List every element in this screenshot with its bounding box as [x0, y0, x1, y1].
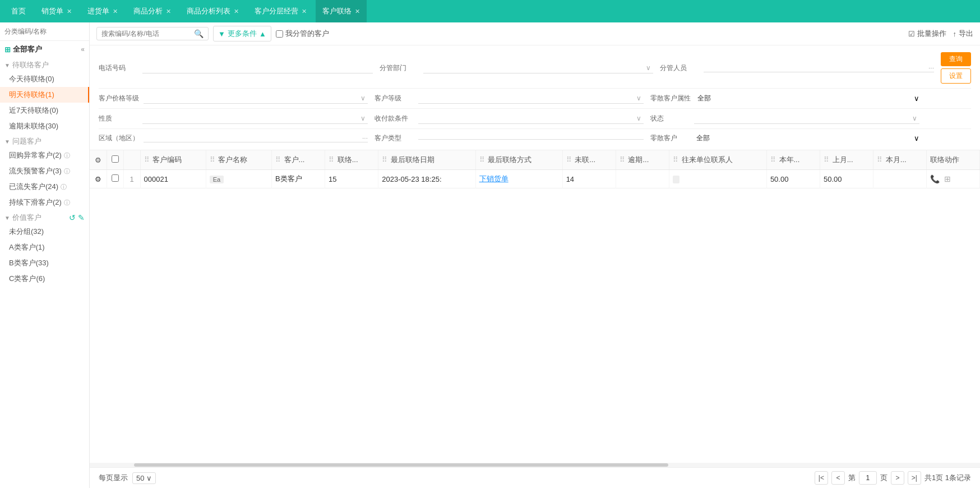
col-check[interactable]: [107, 150, 123, 170]
table-row: ⚙ 1 000021 Ea B类客户 15 2023-05-23 18:25: …: [90, 170, 980, 188]
col-contact-count[interactable]: ⠿ 联络...: [325, 150, 378, 170]
row-actions: 📞 ⊞: [927, 170, 980, 188]
sidebar-item-repurchase-abnormal[interactable]: 回购异常客户(2) ⓘ: [0, 148, 89, 163]
action-phone-icon[interactable]: 📞: [930, 174, 940, 183]
col-this-month[interactable]: ⠿ 本月...: [873, 150, 927, 170]
filter-person-ellipsis[interactable]: ···: [928, 64, 934, 72]
row-checkbox[interactable]: [112, 174, 119, 182]
col-customer-name[interactable]: ⠿ 客户名称: [206, 150, 271, 170]
sidebar-item-tomorrow[interactable]: 明天待联络(1): [0, 87, 89, 103]
nav-sales-label: 销货单: [41, 6, 63, 16]
page-last-btn[interactable]: >|: [908, 471, 921, 485]
dept-chevron-icon: ∨: [646, 64, 651, 72]
sidebar-item-c-class[interactable]: C类客户(6): [0, 271, 89, 287]
nav-product-analysis-list-close[interactable]: ✕: [234, 8, 239, 15]
main-search-wrapper[interactable]: 🔍: [96, 27, 209, 40]
col-icon-category: ⠿: [275, 155, 281, 164]
query-btn[interactable]: 查询: [941, 52, 971, 66]
my-customers-check[interactable]: 我分管的客户: [276, 29, 329, 39]
nav-home[interactable]: 首页: [4, 0, 33, 22]
sidebar-search-input[interactable]: [4, 27, 89, 35]
action-icons: 📞 ⊞: [930, 174, 976, 183]
nav-product-analysis-close[interactable]: ✕: [166, 8, 171, 15]
row-contact-method-link[interactable]: 下销货单: [479, 174, 509, 183]
sidebar-item-declining[interactable]: 持续下滑客户(2) ⓘ: [0, 195, 89, 210]
page-input[interactable]: [859, 471, 877, 485]
value-group-label: 价值客户: [12, 213, 41, 223]
my-customers-checkbox[interactable]: [276, 30, 283, 38]
page-prev-btn[interactable]: <: [831, 471, 845, 485]
nav-customer-contact-close[interactable]: ✕: [355, 8, 360, 15]
col-last-month[interactable]: ⠿ 上月...: [820, 150, 873, 170]
sidebar-item-a-class[interactable]: A类客户(1): [0, 240, 89, 255]
filter-region-ellipsis[interactable]: ···: [362, 134, 368, 142]
col-uncontact[interactable]: ⠿ 未联...: [562, 150, 616, 170]
batch-op-btn[interactable]: ☑ 批量操作: [908, 29, 946, 39]
filter-price-level-select[interactable]: ∨: [144, 93, 368, 104]
nav-sales-close[interactable]: ✕: [67, 8, 72, 15]
filter-dept-select[interactable]: ∨: [423, 63, 654, 73]
row-last-contact-method[interactable]: 下销货单: [475, 170, 562, 188]
retail-attr-chevron-icon[interactable]: ∨: [914, 94, 919, 103]
action-grid-icon[interactable]: ⊞: [944, 174, 951, 183]
row-last-month: 50.00: [820, 170, 873, 188]
filter-payment-label: 收付款条件: [375, 114, 414, 123]
col-last-contact-method[interactable]: ⠿ 最后联络方式: [475, 150, 562, 170]
col-icon-uncontact: ⠿: [566, 155, 572, 164]
nav-customer-contact[interactable]: 客户联络 ✕: [316, 0, 367, 22]
filter-retail-field: 零散客户 全部 ∨: [650, 133, 919, 143]
nav-product-analysis[interactable]: 商品分析 ✕: [127, 0, 178, 22]
filter-nature-select[interactable]: ∨: [142, 113, 368, 124]
more-filter-btn[interactable]: ▼ 更多条件 ▲: [213, 26, 271, 42]
nav-customer-tier-close[interactable]: ✕: [302, 8, 307, 15]
scroll-bar-thumb[interactable]: [134, 463, 668, 467]
row-gear[interactable]: ⚙: [90, 170, 107, 188]
col-customer-code[interactable]: ⠿ 客户编码: [140, 150, 206, 170]
col-unit-contact[interactable]: ⠿ 往来单位联系人: [669, 150, 766, 170]
nav-product-analysis-list[interactable]: 商品分析列表 ✕: [180, 0, 246, 22]
col-gear[interactable]: ⚙: [90, 150, 107, 170]
sidebar-item-churn-warning[interactable]: 流失预警客户(3) ⓘ: [0, 163, 89, 179]
scroll-bar[interactable]: [90, 463, 980, 467]
col-icon-overdue: ⠿: [620, 155, 625, 164]
row-this-month: [873, 170, 927, 188]
col-customer-category[interactable]: ⠿ 客户...: [271, 150, 325, 170]
col-overdue[interactable]: ⠿ 逾期...: [616, 150, 669, 170]
filter-customer-type-select[interactable]: [418, 137, 644, 140]
filter-customer-level-select[interactable]: ∨: [418, 93, 644, 104]
page-size-select[interactable]: 50 ∨: [132, 472, 156, 484]
nav-purchase-close[interactable]: ✕: [113, 8, 118, 15]
filter-region-label: 区域（地区）: [99, 133, 139, 143]
page-size-label: 每页显示: [99, 473, 128, 483]
filter-payment-select[interactable]: ∨: [418, 113, 644, 124]
main-search-input[interactable]: [101, 30, 194, 38]
row-check[interactable]: [107, 170, 123, 188]
select-all-checkbox[interactable]: [112, 155, 119, 163]
export-btn[interactable]: ↑ 导出: [953, 29, 974, 39]
value-refresh-icon[interactable]: ↺: [69, 213, 76, 222]
sidebar-collapse-icon[interactable]: «: [81, 45, 85, 53]
value-edit-icon[interactable]: ✎: [78, 213, 85, 222]
filter-phone-input[interactable]: [142, 63, 373, 73]
main-search-icon[interactable]: 🔍: [194, 29, 204, 38]
sidebar-all-customers[interactable]: ⊞ 全部客户 «: [0, 41, 89, 58]
filter-status-select[interactable]: ∨: [694, 113, 919, 124]
sidebar-item-overdue[interactable]: 逾期未联络(30): [0, 118, 89, 134]
nav-customer-tier[interactable]: 客户分层经营 ✕: [248, 0, 313, 22]
filter-phone-label: 电话号码: [99, 63, 138, 73]
col-icon-last-month: ⠿: [824, 155, 829, 164]
sidebar-item-churned[interactable]: 已流失客户(24) ⓘ: [0, 179, 89, 195]
reset-btn[interactable]: 设置: [941, 68, 971, 84]
col-this-year[interactable]: ⠿ 本年...: [766, 150, 820, 170]
sidebar-item-today[interactable]: 今天待联络(0): [0, 71, 89, 87]
sidebar-item-ungrouped[interactable]: 未分组(32): [0, 224, 89, 240]
sidebar-item-7days[interactable]: 近7天待联络(0): [0, 103, 89, 118]
retail-chevron-icon[interactable]: ∨: [914, 134, 919, 142]
nav-purchase[interactable]: 进货单 ✕: [81, 0, 124, 22]
page-next-btn[interactable]: >: [891, 471, 904, 485]
page-first-btn[interactable]: |<: [815, 471, 828, 485]
nav-sales-order[interactable]: 销货单 ✕: [35, 0, 78, 22]
col-last-contact-date[interactable]: ⠿ 最后联络日期: [378, 150, 475, 170]
sidebar-item-b-class[interactable]: B类客户(33): [0, 255, 89, 271]
filter-customer-type-field: 客户类型: [375, 133, 644, 143]
